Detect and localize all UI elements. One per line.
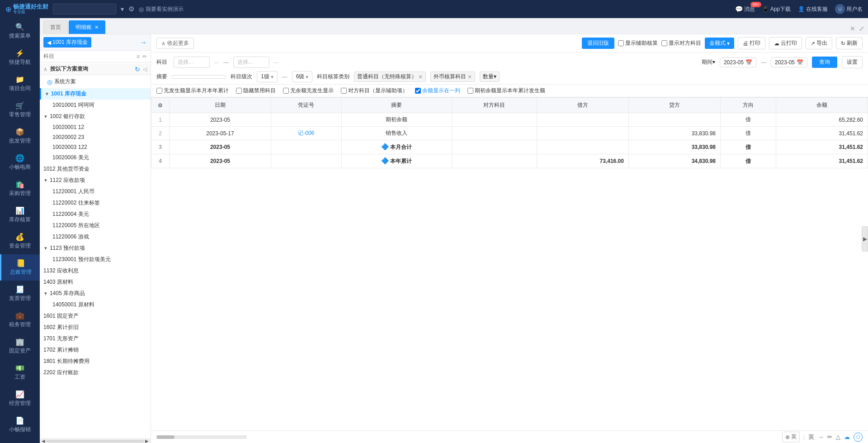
sidebar-item-purchase[interactable]: 🛍️ 采购管理 <box>0 176 40 202</box>
tree-node-10020001[interactable]: 10020001 12 <box>40 122 151 132</box>
bottom-action-6[interactable]: ⬡ <box>854 433 863 442</box>
period-from-input[interactable]: 2023-05 📅 <box>720 57 756 67</box>
service-btn[interactable]: 👤 在线客服 <box>798 5 828 13</box>
show-opposite-checkbox[interactable]: 显示对方科目 <box>661 39 701 47</box>
tree-node-10020003[interactable]: 10020003 122 <box>40 142 151 152</box>
sidebar-item-operations[interactable]: 📈 经营管理 <box>0 386 40 412</box>
tree-node-1702[interactable]: 1702 累计摊销 <box>40 344 151 356</box>
right-collapse-btn[interactable]: ▶ <box>862 226 868 252</box>
tree-node-11220002[interactable]: 11220002 往来标签 <box>40 197 151 209</box>
sidebar-item-retail[interactable]: 🛒 零售管理 <box>0 97 40 123</box>
subject-input-2[interactable]: 选择... <box>233 57 269 68</box>
sidebar-item-finance[interactable]: 💰 资金管理 <box>0 228 40 254</box>
bottom-action-3[interactable]: ✏ <box>827 433 832 440</box>
option-hide-disabled-input[interactable] <box>236 88 242 94</box>
option-opposite-input[interactable] <box>341 88 347 94</box>
tree-scroll-left-icon[interactable]: ◀ <box>42 438 45 443</box>
tree-node-1132[interactable]: 1132 应收利息 <box>40 265 151 276</box>
cloud-print-btn[interactable]: ☁ 云打印 <box>769 37 802 49</box>
refresh-btn[interactable]: ↻ 刷新 <box>836 37 863 49</box>
tree-node-11230001[interactable]: 11230001 预付款项美元 <box>40 254 151 265</box>
option-no-balance-input[interactable] <box>156 88 162 94</box>
option-no-balance-show-input[interactable] <box>283 88 289 94</box>
sidebar-item-invoice[interactable]: 🧾 发票管理 <box>0 281 40 307</box>
tab-maximize-icon[interactable]: ⤢ <box>859 25 864 32</box>
return-old-btn[interactable]: 退回旧版 <box>582 38 614 49</box>
sidebar-item-basic[interactable]: ℹ️ 基础信息 <box>0 438 40 443</box>
option-ytd[interactable]: 期初余额显示本年累计发生额 <box>467 87 545 95</box>
sidebar-item-tax[interactable]: 💼 税务管理 <box>0 307 40 333</box>
bottom-action-4[interactable]: △ <box>836 433 840 440</box>
option-balance-col-input[interactable] <box>415 88 421 94</box>
level-to-select[interactable]: 6级 ▾ <box>292 71 313 82</box>
sidebar-item-project[interactable]: 📁 项目合同 <box>0 71 40 97</box>
tab-detail[interactable]: 明细账 ✕ <box>69 20 105 34</box>
tree-node-1122[interactable]: ▼ 1122 应收款项 <box>40 175 151 186</box>
sidebar-item-ledger[interactable]: 📒 总账管理 <box>0 254 40 281</box>
tree-node-1701[interactable]: 1701 无形资产 <box>40 333 151 344</box>
tab-close-all-icon[interactable]: ✕ <box>850 25 855 32</box>
tab-detail-close-icon[interactable]: ✕ <box>94 24 99 30</box>
tree-node-11220001[interactable]: 11220001 人民币 <box>40 186 151 197</box>
tree-list-icon[interactable]: ≡ <box>137 53 140 60</box>
tree-node-14050001[interactable]: 14050001 原材料 <box>40 299 151 310</box>
sidebar-item-fixed-assets[interactable]: 🏢 固定资产 <box>0 333 40 359</box>
tree-node-10020002[interactable]: 10020002 23 <box>40 132 151 142</box>
collapse-arrow-icon[interactable]: ∧ <box>43 66 47 72</box>
tree-node-10020006[interactable]: 10020006 美元 <box>40 152 151 163</box>
tree-node-1601[interactable]: 1601 固定资产 <box>40 310 151 322</box>
query-submit-btn[interactable]: 查询 <box>812 57 837 68</box>
topbar-gear-icon[interactable]: ⚙ <box>128 5 134 13</box>
tree-node-10010001[interactable]: 10010001 呵呵呵 <box>40 100 151 111</box>
tree-node-11220005[interactable]: 11220005 所在地区 <box>40 220 151 231</box>
user-btn[interactable]: U 用户名 <box>835 4 863 14</box>
print-btn[interactable]: 🖨 打印 <box>738 37 765 49</box>
tree-nav-arrow-icon[interactable]: → <box>140 38 147 47</box>
tree-node-1602[interactable]: 1602 累计折旧 <box>40 322 151 333</box>
tag-quantity[interactable]: 数量▾ <box>480 71 500 82</box>
voucher-link-2[interactable]: 记-006 <box>298 130 314 136</box>
tree-node-11220004[interactable]: 11220004 美元 <box>40 209 151 220</box>
tree-node-1123[interactable]: ▼ 1123 预付款项 <box>40 243 151 254</box>
option-no-balance-show[interactable]: 无余额无发生显示 <box>283 87 334 95</box>
tag-normal-close-icon[interactable]: ✕ <box>418 74 423 80</box>
tree-node-11220006[interactable]: 11220006 游戏 <box>40 231 151 243</box>
tree-scroll-right-icon[interactable]: ▶ <box>145 438 149 443</box>
tree-node-1002[interactable]: ▼ 1002 银行存款 <box>40 111 151 122</box>
export-btn[interactable]: ↗ 导出 <box>806 37 832 49</box>
col-settings[interactable]: ⚙ <box>151 98 170 113</box>
row-voucher-2[interactable]: 记-006 <box>271 127 341 140</box>
show-opposite-input[interactable] <box>661 40 667 46</box>
lang-switcher[interactable]: ⊕ 英 <box>782 432 800 442</box>
tree-node-1403[interactable]: 1403 原材料 <box>40 276 151 288</box>
bottom-scrollbar-track[interactable] <box>156 435 247 439</box>
level-from-select[interactable]: 1级 ▾ <box>257 71 278 82</box>
bottom-action-2[interactable]: → <box>818 433 824 440</box>
topbar-chevron-icon[interactable]: ▾ <box>121 5 124 13</box>
sidebar-item-ecommerce[interactable]: 🌐 小畅电商 <box>0 149 40 176</box>
tree-node-1001[interactable]: ▼ 1001 库存现金 <box>40 88 151 100</box>
tree-node-1405[interactable]: ▼ 1405 库存商品 <box>40 288 151 299</box>
filter-settings-btn[interactable]: 设置 <box>842 56 863 68</box>
system-plan-item[interactable]: ◎ 系统方案 <box>40 75 151 88</box>
show-aux-input[interactable] <box>618 40 624 46</box>
tree-node-1012[interactable]: 1012 其他货币资金 <box>40 163 151 175</box>
message-btn[interactable]: 💬 消息 99+ <box>735 5 755 13</box>
topbar-search-input[interactable] <box>53 4 116 14</box>
expand-btn[interactable]: ∧ 收起更多 <box>156 38 194 49</box>
query-collapse-icon[interactable]: ◁ <box>143 66 147 72</box>
tree-edit-icon[interactable]: ✏ <box>142 53 147 60</box>
option-opposite[interactable]: 对方科目（显示辅助项） <box>341 87 408 95</box>
show-aux-checkbox[interactable]: 显示辅助核算 <box>618 39 658 47</box>
option-ytd-input[interactable] <box>467 88 473 94</box>
tree-search-btn[interactable]: ◀ 1001 库存现金 <box>43 37 91 48</box>
option-no-balance[interactable]: 无发生额显示本月本年累计 <box>156 87 229 95</box>
summary-input[interactable] <box>172 75 226 79</box>
period-to-input[interactable]: 2023-05 📅 <box>771 57 807 67</box>
sidebar-item-shortcut[interactable]: ⚡ 快捷导航 <box>0 44 40 71</box>
sidebar-item-salary[interactable]: 💵 工资 <box>0 359 40 386</box>
amount-format-btn[interactable]: 金额式 ▾ <box>705 38 734 49</box>
subject-input[interactable]: 选择... <box>174 57 210 68</box>
query-refresh-icon[interactable]: ↻ <box>135 66 140 73</box>
sidebar-item-search[interactable]: 🔍 搜索菜单 <box>0 18 40 44</box>
